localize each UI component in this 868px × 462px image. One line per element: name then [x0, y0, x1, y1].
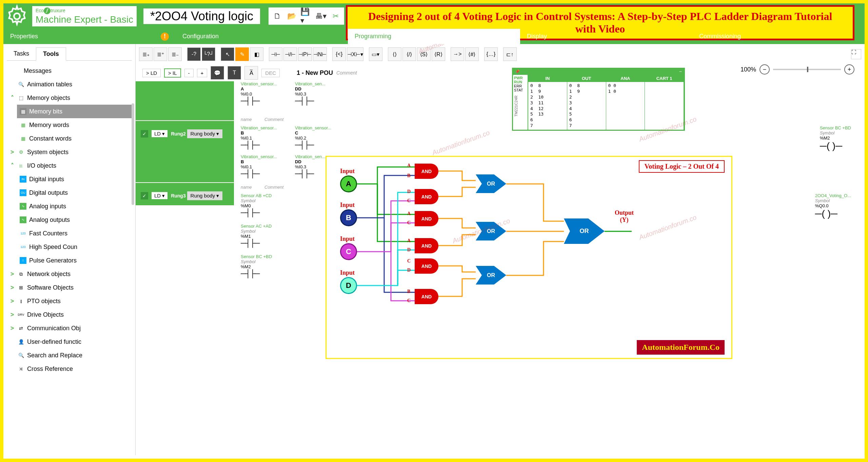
- tree-digital-outputs[interactable]: OUDigital outputs: [17, 186, 132, 200]
- operate-button[interactable]: {…}: [484, 47, 498, 61]
- tree-hsc[interactable]: 123High Speed Coun: [17, 240, 132, 254]
- tree-software-objects[interactable]: >⊞Software Objects: [7, 281, 132, 294]
- open-file-icon[interactable]: 📂: [286, 10, 298, 22]
- ld-button[interactable]: > LD: [142, 69, 161, 77]
- contact-a[interactable]: Vibration_sensor... A %I0.0 ─┤├─: [241, 81, 277, 105]
- input-b-node: B: [340, 209, 357, 226]
- tree-fast-counters[interactable]: 123Fast Counters: [17, 227, 132, 240]
- tree-network-objects[interactable]: >⧉Network objects: [7, 267, 132, 281]
- xref-icon: ⤭: [18, 365, 24, 372]
- coil-button[interactable]: ⟨⟩: [388, 47, 401, 61]
- rung2-comment-hint[interactable]: Comment: [264, 117, 283, 122]
- tree-comm-objects[interactable]: >⇄Communication Obj: [7, 321, 132, 335]
- coil-reset-button[interactable]: ⟨R⟩: [432, 47, 445, 61]
- nav-commissioning[interactable]: Commissioning: [692, 29, 865, 44]
- eraser-button[interactable]: ◧: [250, 47, 263, 61]
- tree-system-objects[interactable]: >⚙System objects: [7, 145, 132, 159]
- xor-button[interactable]: ⊣X⊢▾: [347, 47, 363, 61]
- tree-animation-tables[interactable]: 🔍Animation tables: [7, 78, 132, 91]
- coil-q0[interactable]: 2OO4_Voting_O... Symbol %Q0.0 ─( )─: [815, 193, 851, 219]
- contact-b[interactable]: Vibration_sensor... B %I0.1 ─┤├─: [241, 125, 277, 149]
- cut-icon[interactable]: ✂: [330, 10, 341, 22]
- cursor-button[interactable]: ↖: [221, 47, 234, 61]
- branch-button[interactable]: └?┘: [202, 47, 215, 61]
- io-icon: ⫼: [18, 162, 24, 169]
- insert-rung-above-button[interactable]: ≣₊: [139, 47, 153, 61]
- insert-rung-below-button[interactable]: ≣⁺: [154, 47, 167, 61]
- minimize-icon[interactable]: −: [679, 70, 682, 73]
- rung2-header[interactable]: ✓ LD ▾ Rung2 Rung body ▾: [136, 120, 234, 143]
- coil-m2[interactable]: Sensor BC +BD Symbol %M2 ─( )─: [820, 125, 851, 151]
- dec-button[interactable]: DEC: [261, 69, 280, 77]
- coil-neg-button[interactable]: ⟨/⟩: [402, 47, 416, 61]
- cube-icon: ⬚: [18, 94, 24, 101]
- tree-analog-inputs[interactable]: ∿Analog inputs: [17, 200, 132, 213]
- fb-button[interactable]: ▭▾: [369, 47, 382, 61]
- contact-p-button[interactable]: ⊣P⊢: [298, 47, 312, 61]
- rung2-body-select[interactable]: Rung body ▾: [187, 129, 223, 138]
- contact-m1[interactable]: Sensor AC +AD Symbol %M1 ─┤├─: [241, 224, 272, 248]
- il-button[interactable]: > IL: [164, 68, 181, 78]
- zoom-out-button[interactable]: −: [760, 64, 770, 75]
- tab-tools[interactable]: Tools: [36, 47, 66, 61]
- zoom-slider[interactable]: [773, 69, 841, 70]
- aout-icon: ∿: [20, 216, 26, 223]
- new-file-icon[interactable]: 🗋: [271, 10, 283, 22]
- label-button[interactable]: ⟨#⟩: [465, 47, 479, 61]
- contact-no-button[interactable]: ⊣⊢: [269, 47, 282, 61]
- tree-memory-words[interactable]: ▦Memory words: [17, 118, 132, 132]
- tree-messages[interactable]: Messages: [7, 64, 132, 78]
- nav-display[interactable]: Display: [520, 29, 692, 44]
- contact-dd[interactable]: Vibration_sen... DD %I0.3 ─┤├─: [295, 81, 326, 105]
- tree-pto-objects[interactable]: >⫿PTO objects: [7, 294, 132, 308]
- nav-properties[interactable]: Properties!: [3, 29, 176, 44]
- tree-constant-words[interactable]: ▦Constant words: [17, 132, 132, 145]
- format-button[interactable]: A̅: [244, 66, 258, 80]
- branch-up-button[interactable]: ⊏↑: [503, 47, 517, 61]
- delete-rung-button[interactable]: ≣₋: [168, 47, 182, 61]
- text-button[interactable]: T: [228, 66, 241, 80]
- tree-udf[interactable]: 👤User-defined functic: [7, 335, 132, 349]
- rung3-header[interactable]: ✓ LD ▾ Rung3 Rung body ▾: [136, 182, 234, 205]
- rung2-name-hint[interactable]: name: [241, 117, 252, 122]
- nav-programming[interactable]: Programming: [348, 29, 520, 44]
- jump-button[interactable]: →>: [451, 47, 464, 61]
- tree-memory-bits[interactable]: ▦Memory bits: [17, 105, 132, 118]
- io-panel[interactable]: 📌− PWR RUN ERR STAT TM221C24R IN0 8 1 9 …: [512, 68, 685, 131]
- rung3-body-select[interactable]: Rung body ▾: [187, 191, 223, 200]
- sidebar-scrollbar[interactable]: [132, 103, 134, 205]
- fit-view-button[interactable]: ⛶: [851, 49, 861, 59]
- plus-button[interactable]: +: [197, 69, 208, 77]
- contact-b2[interactable]: Vibration_sensor... B %I0.1 ─┤├─: [241, 154, 277, 178]
- contact-m2[interactable]: Sensor BC +BD Symbol %M2 ─┤├─: [241, 254, 272, 278]
- pou-comment[interactable]: Comment: [336, 70, 357, 76]
- tree-cross-ref[interactable]: ⤭Cross Reference: [7, 362, 132, 376]
- comment-button[interactable]: 💬: [211, 66, 224, 80]
- tab-tasks[interactable]: Tasks: [7, 47, 36, 60]
- tree-search-replace[interactable]: 🔍Search and Replace: [7, 349, 132, 362]
- unknown-button[interactable]: -?: [187, 47, 201, 61]
- pin-icon[interactable]: 📌: [515, 69, 520, 74]
- contact-c[interactable]: Vibration_sensor... C %I0.2 ─┤├─: [295, 125, 331, 149]
- save-icon[interactable]: 💾▾: [300, 10, 312, 22]
- rung3-name-hint[interactable]: name: [241, 185, 252, 190]
- contact-m0[interactable]: Sensor AB +CD Symbol %M0 ─┤├─: [241, 193, 272, 217]
- contact-n-button[interactable]: ⊣N⊢: [313, 47, 327, 61]
- minus-button[interactable]: -: [184, 69, 194, 77]
- coil-set-button[interactable]: ⟨S⟩: [417, 47, 431, 61]
- tree-drive-objects[interactable]: >DRVDrive Objects: [7, 308, 132, 321]
- and-gate-3: AND: [415, 211, 438, 226]
- tree-memory-objects[interactable]: ˄⬚Memory objects: [7, 91, 132, 105]
- tree-pulse-gen[interactable]: ⎍Pulse Generators: [17, 254, 132, 267]
- tree-analog-outputs[interactable]: ∿Analog outputs: [17, 213, 132, 227]
- contact-dd2[interactable]: Vibration_sen... DD %I0.3 ─┤├─: [295, 154, 326, 178]
- contact-nc-button[interactable]: ⊣/⊢: [283, 47, 297, 61]
- pencil-button[interactable]: ✎: [235, 47, 249, 61]
- nav-configuration[interactable]: Configuration: [176, 29, 348, 44]
- compare-button[interactable]: {<}: [332, 47, 346, 61]
- tree-digital-inputs[interactable]: INDigital inputs: [17, 172, 132, 186]
- print-icon[interactable]: 🖶▾: [315, 10, 327, 22]
- tree-io-objects[interactable]: ˄⫼I/O objects: [7, 159, 132, 172]
- rung3-comment-hint[interactable]: Comment: [264, 185, 283, 190]
- zoom-in-button[interactable]: +: [844, 64, 854, 75]
